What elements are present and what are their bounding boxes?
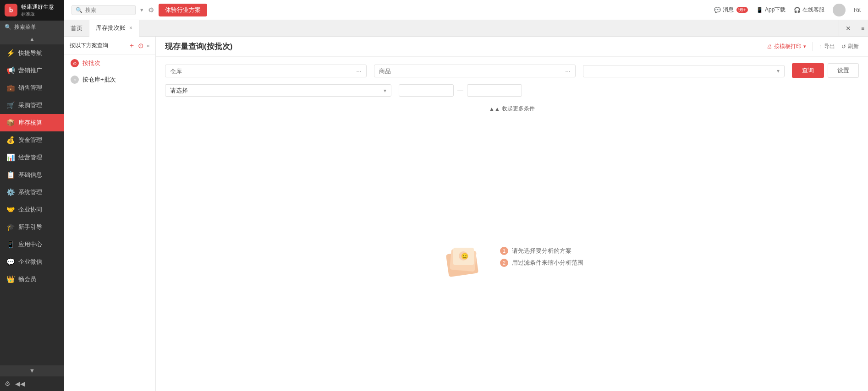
status-select[interactable] — [588, 68, 774, 75]
sidebar-item-enterprise[interactable]: 🤝 企业协同 — [0, 201, 64, 218]
empty-hints: 1 请先选择要分析的方案 2 用过滤条件来缩小分析范围 — [500, 247, 583, 267]
collapse-more-btn[interactable]: ▲▲ 收起更多条件 — [165, 102, 859, 115]
topbar-gear-icon[interactable]: ⚙ — [148, 6, 154, 14]
sidebar-item-member[interactable]: 👑 畅会员 — [0, 271, 64, 288]
main-area: 🔍 ▾ ⚙ 体验行业方案 💬 消息 99+ 📱 App下载 🎧 在线客服 Rit — [64, 0, 868, 391]
scroll-up-btn[interactable]: ▲ — [0, 34, 64, 44]
tab-side-arrow-btn[interactable]: ≡ — [857, 20, 868, 37]
weixin-icon: 💬 — [6, 258, 15, 266]
sidebar-item-basics[interactable]: 📋 基础信息 — [0, 166, 64, 184]
operations-icon: 📊 — [6, 153, 15, 162]
app-download-btn[interactable]: 📱 App下载 — [756, 6, 786, 14]
range-dash: — — [457, 87, 463, 94]
filter-stock-status: 请选择 ▾ — [165, 84, 391, 97]
product-input-wrap[interactable]: ··· — [374, 65, 576, 77]
empty-svg-illustration: 😐 — [440, 234, 486, 280]
warehouse-input-wrap[interactable]: ··· — [165, 65, 367, 77]
refresh-btn[interactable]: ↺ 刷新 — [841, 43, 859, 50]
user-avatar[interactable] — [833, 4, 846, 16]
sidebar-nav: ⚡ 快捷导航 📢 营销推广 💼 销售管理 🛒 采购管理 📦 库存核算 💰 资金管… — [0, 44, 64, 365]
trial-industry-button[interactable]: 体验行业方案 — [159, 4, 207, 16]
product-more-icon[interactable]: ··· — [565, 67, 571, 75]
scheme-header: 按以下方案查询 ＋ ⊙ « — [64, 37, 155, 55]
sidebar-footer: ⚙ ◀◀ — [0, 376, 64, 391]
phone-icon: 📱 — [756, 7, 763, 13]
search-menu-item[interactable]: 🔍 搜索菜单 — [0, 21, 64, 34]
sidebar-item-finance[interactable]: 💰 资金管理 — [0, 131, 64, 149]
search-icon: 🔍 — [5, 24, 11, 30]
scheme-collapse-btn[interactable]: « — [147, 42, 150, 49]
online-service-btn[interactable]: 🎧 在线客服 — [794, 6, 824, 14]
sidebar-item-quick-nav[interactable]: ⚡ 快捷导航 — [0, 44, 64, 62]
sidebar-header: b 畅康通好生意 标准版 — [0, 0, 64, 21]
topbar-dropdown-chevron[interactable]: ▾ — [140, 6, 143, 13]
topbar-search-input[interactable] — [85, 7, 126, 13]
scroll-down-btn[interactable]: ▼ — [0, 365, 64, 376]
product-input[interactable] — [379, 68, 562, 75]
stock-status-select-wrap[interactable]: 请选择 ▾ — [165, 84, 391, 97]
collapse-chevron-icon: ▲▲ — [489, 106, 500, 112]
username-label[interactable]: Rit — [854, 7, 861, 13]
sidebar-item-marketing[interactable]: 📢 营销推广 — [0, 62, 64, 79]
quicknav-icon: ⚡ — [6, 49, 15, 57]
appcenter-icon: 📱 — [6, 240, 15, 249]
basics-icon: 📋 — [6, 171, 15, 179]
messages-icon: 💬 — [714, 7, 721, 13]
warehouse-input[interactable] — [170, 68, 353, 75]
sidebar-item-sales[interactable]: 💼 销售管理 — [0, 79, 64, 97]
purchase-icon: 🛒 — [6, 101, 15, 109]
sidebar-item-operations[interactable]: 📊 经营管理 — [0, 149, 64, 166]
page-header-actions: 🖨 按模板打印 ▾ ↑ 导出 ↺ 刷新 — [767, 42, 859, 51]
filter-status: ▾ — [583, 65, 785, 77]
export-icon: ↑ — [819, 43, 822, 50]
filter-product: ··· — [374, 65, 576, 77]
scheme-add-btn[interactable]: ＋ — [128, 41, 135, 50]
filter-warehouse: ··· — [165, 65, 367, 77]
messages-btn[interactable]: 💬 消息 99+ — [714, 6, 748, 14]
filter-area: ··· ··· ▾ — [156, 57, 868, 122]
topbar-search-box[interactable]: 🔍 — [71, 5, 136, 15]
filter-stock-qty: — — [399, 84, 625, 97]
settings-button[interactable]: 设置 — [828, 63, 859, 78]
stock-status-select[interactable]: 请选择 — [170, 87, 381, 94]
tab-close-btn[interactable]: × — [129, 25, 132, 31]
sidebar-item-purchase[interactable]: 🛒 采购管理 — [0, 97, 64, 114]
stock-status-chevron-icon: ▾ — [384, 87, 386, 94]
print-chevron-icon: ▾ — [803, 43, 806, 49]
scheme-item-warehouse-batch[interactable]: ○ 按仓库+批次 — [64, 71, 155, 88]
print-icon: 🖨 — [767, 43, 772, 50]
scheme-settings-btn[interactable]: ⊙ — [138, 42, 144, 50]
print-template-btn[interactable]: 🖨 按模板打印 ▾ — [767, 43, 806, 50]
warehouse-more-icon[interactable]: ··· — [356, 67, 362, 75]
sidebar-item-appcenter[interactable]: 📱 应用中心 — [0, 236, 64, 253]
status-chevron-icon: ▾ — [777, 68, 780, 74]
system-icon: ⚙️ — [6, 188, 15, 196]
export-btn[interactable]: ↑ 导出 — [819, 43, 835, 50]
sidebar-item-system[interactable]: ⚙️ 系统管理 — [0, 184, 64, 201]
empty-state: 😐 1 请先选择要分析的方案 2 用过滤条件来缩小分析范围 — [156, 122, 868, 391]
collapse-sidebar-btn[interactable]: ◀◀ — [15, 380, 25, 387]
scheme-item-batch[interactable]: ⊙ 按批次 — [64, 55, 155, 71]
refresh-icon: ↺ — [841, 43, 846, 50]
tab-inventory-batch[interactable]: 库存批次账 × — [89, 20, 139, 37]
svg-text:😐: 😐 — [461, 252, 469, 260]
scheme-panel: 按以下方案查询 ＋ ⊙ « ⊙ 按批次 ○ 按仓库+批次 — [64, 37, 156, 391]
topbar-search-icon: 🔍 — [76, 7, 82, 13]
empty-hint-2: 2 用过滤条件来缩小分析范围 — [500, 259, 583, 267]
sidebar: b 畅康通好生意 标准版 🔍 搜索菜单 ▲ ⚡ 快捷导航 📢 营销推广 💼 销售… — [0, 0, 64, 391]
sidebar-item-newbie[interactable]: 🎓 新手引导 — [0, 218, 64, 236]
stock-qty-min-input[interactable] — [399, 84, 454, 97]
sidebar-item-weixin[interactable]: 💬 企业微信 — [0, 253, 64, 271]
inventory-icon: 📦 — [6, 119, 15, 127]
query-button[interactable]: 查询 — [792, 63, 824, 78]
tab-home[interactable]: 首页 — [64, 20, 89, 37]
filter-row-1: ··· ··· ▾ — [165, 63, 859, 79]
stock-qty-max-input[interactable] — [467, 84, 522, 97]
content-area: 按以下方案查询 ＋ ⊙ « ⊙ 按批次 ○ 按仓库+批次 现存量查询(按批次) — [64, 37, 868, 391]
filter-row-2: 请选择 ▾ — — [165, 84, 859, 97]
tab-side-close-btn[interactable]: ✕ — [839, 20, 857, 37]
settings-footer-btn[interactable]: ⚙ — [5, 380, 11, 387]
sidebar-item-inventory[interactable]: 📦 库存核算 — [0, 114, 64, 131]
enterprise-icon: 🤝 — [6, 206, 15, 214]
status-select-wrap[interactable]: ▾ — [583, 65, 785, 77]
